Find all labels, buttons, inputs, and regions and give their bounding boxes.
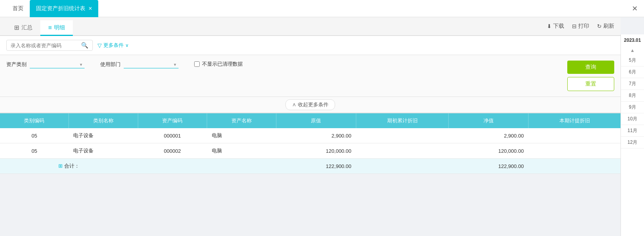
subtotal-asset-code <box>138 159 207 174</box>
tab-label: 固定资产折旧统计表 <box>36 5 85 12</box>
cell-accumulated <box>356 128 448 143</box>
tab-detail-label: 明细 <box>54 24 65 31</box>
refresh-icon: ↻ <box>597 23 602 29</box>
detail-icon: ≡ <box>48 24 52 31</box>
month-item[interactable]: 8月 <box>621 90 644 102</box>
col-asset-name: 资产名称 <box>207 113 276 128</box>
hide-cleared-group: 不显示已清理数据 <box>194 61 243 68</box>
collapse-button[interactable]: ∧ 收起更多条件 <box>285 99 335 110</box>
refresh-button[interactable]: ↻ 刷新 <box>597 23 614 30</box>
tab-summary[interactable]: ⊞ 汇总 <box>6 20 40 36</box>
right-panel: 2023.01 ▲ 5月6月7月8月9月10月11月12月 2023 <box>621 34 644 236</box>
search-icon: 🔍 <box>81 42 88 49</box>
month-item[interactable]: 11月 <box>621 125 644 137</box>
cell-current <box>529 128 621 143</box>
col-accumulated: 期初累计折旧 <box>356 113 448 128</box>
hide-cleared-label: 不显示已清理数据 <box>202 61 243 68</box>
subtotal-accumulated <box>356 159 448 174</box>
table-wrap: 类别编码 类别名称 资产编码 资产名称 原值 期初累计折旧 净值 本期计提折旧 … <box>0 113 621 174</box>
subtotal-icon-label: ⊞合计： <box>0 159 138 174</box>
close-window-button[interactable]: ✕ <box>632 4 638 13</box>
asset-category-group: 资产类别 <box>6 61 85 68</box>
filter-icon: ▽ <box>97 42 102 48</box>
col-current: 本期计提折旧 <box>529 113 621 128</box>
table-row: 05 电子设备 000002 电脑 120,000.00 120,000.00 <box>0 143 621 159</box>
cell-net-value: 2,900.00 <box>449 128 529 143</box>
extended-filter: 资产类别 使用部门 <box>0 55 621 97</box>
department-select[interactable] <box>124 61 179 68</box>
top-nav: 首页 固定资产折旧统计表 × ✕ <box>0 0 644 17</box>
cell-category-name: 电子设备 <box>69 128 138 143</box>
main-content: ⊞ 汇总 ≡ 明细 ⬇ 下载 ⊟ 打印 ↻ 刷新 <box>0 17 644 236</box>
print-button[interactable]: ⊟ 打印 <box>572 23 589 30</box>
home-link[interactable]: 首页 <box>6 5 30 12</box>
cell-asset-code: 000002 <box>138 143 207 159</box>
cell-original: 2,900.00 <box>276 128 356 143</box>
cell-original: 120,000.00 <box>276 143 356 159</box>
cell-accumulated <box>356 143 448 159</box>
collapse-label: ∧ 收起更多条件 <box>292 101 328 108</box>
tab-summary-label: 汇总 <box>22 24 32 31</box>
table-header-row: 类别编码 类别名称 资产编码 资产名称 原值 期初累计折旧 净值 本期计提折旧 <box>0 113 621 128</box>
subtotal-icon: ⊞ <box>58 163 63 169</box>
cell-current <box>529 143 621 159</box>
cell-category-name: 电子设备 <box>69 143 138 159</box>
month-item[interactable]: 7月 <box>621 78 644 90</box>
month-list: 5月6月7月8月9月10月11月12月 <box>621 55 644 148</box>
collapse-bar: ∧ 收起更多条件 <box>0 97 621 113</box>
download-button[interactable]: ⬇ 下载 <box>547 23 564 30</box>
department-select-wrap <box>124 61 179 68</box>
month-item[interactable]: 9月 <box>621 102 644 113</box>
cell-net-value: 120,000.00 <box>449 143 529 159</box>
col-category-code: 类别编码 <box>0 113 69 128</box>
scroll-up-button[interactable]: ▲ <box>621 46 644 55</box>
month-item[interactable]: 12月 <box>621 137 644 148</box>
panel-date: 2023.01 <box>624 38 641 43</box>
col-net-value: 净值 <box>449 113 529 128</box>
tab-detail[interactable]: ≡ 明细 <box>40 20 73 36</box>
asset-category-select-wrap <box>30 61 85 68</box>
content-area: ⊞ 汇总 ≡ 明细 ⬇ 下载 ⊟ 打印 ↻ 刷新 <box>0 17 621 236</box>
department-group: 使用部门 <box>100 61 179 68</box>
asset-table: 类别编码 类别名称 资产编码 资产名称 原值 期初累计折旧 净值 本期计提折旧 … <box>0 113 621 174</box>
asset-category-label: 资产类别 <box>6 61 27 68</box>
subtotal-net-value: 122,900.00 <box>449 159 529 174</box>
print-icon: ⊟ <box>572 23 577 29</box>
reset-button[interactable]: 重置 <box>567 77 614 91</box>
action-buttons: 查询 重置 <box>567 61 614 91</box>
cell-asset-name: 电脑 <box>207 128 276 143</box>
tab-bar: ⊞ 汇总 ≡ 明细 ⬇ 下载 ⊟ 打印 ↻ 刷新 <box>0 17 621 36</box>
more-conditions-button[interactable]: ▽ 更多条件 ∨ <box>97 42 129 49</box>
search-input-wrap[interactable]: 🔍 <box>6 40 93 51</box>
col-original: 原值 <box>276 113 356 128</box>
department-label: 使用部门 <box>100 61 121 68</box>
asset-category-select[interactable] <box>30 61 85 68</box>
hide-cleared-checkbox[interactable] <box>194 61 200 67</box>
filter-area: 🔍 ▽ 更多条件 ∨ 资产类别 <box>0 36 621 113</box>
subtotal-row: ⊞合计： 122,900.00 122,900.00 <box>0 159 621 174</box>
subtotal-original: 122,900.00 <box>276 159 356 174</box>
search-input[interactable] <box>11 43 81 48</box>
subtotal-asset-name <box>207 159 276 174</box>
cell-asset-name: 电脑 <box>207 143 276 159</box>
query-button[interactable]: 查询 <box>567 61 614 74</box>
table-row: 05 电子设备 000001 电脑 2,900.00 2,900.00 <box>0 128 621 143</box>
active-tab[interactable]: 固定资产折旧统计表 × <box>30 0 98 17</box>
cell-category-code: 05 <box>0 128 69 143</box>
col-asset-code: 资产编码 <box>138 113 207 128</box>
search-bar: 🔍 ▽ 更多条件 ∨ <box>0 36 621 55</box>
col-category-name: 类别名称 <box>69 113 138 128</box>
summary-icon: ⊞ <box>14 24 19 31</box>
download-icon: ⬇ <box>547 23 552 29</box>
close-tab-button[interactable]: × <box>88 5 92 12</box>
month-item[interactable]: 5月 <box>621 55 644 66</box>
cell-asset-code: 000001 <box>138 128 207 143</box>
subtotal-current <box>529 159 621 174</box>
month-item[interactable]: 6月 <box>621 66 644 78</box>
month-item[interactable]: 10月 <box>621 113 644 125</box>
chevron-down-icon: ∨ <box>125 43 129 48</box>
tab-actions: ⬇ 下载 ⊟ 打印 ↻ 刷新 <box>547 23 614 30</box>
cell-category-code: 05 <box>0 143 69 159</box>
